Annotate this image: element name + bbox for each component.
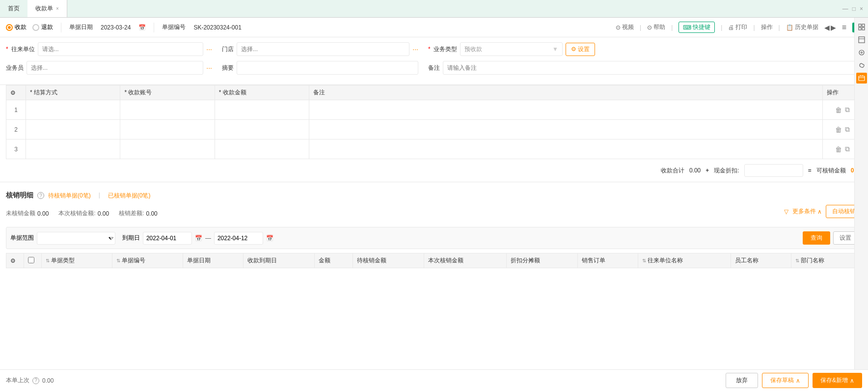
ops-btn[interactable]: 操作: [761, 23, 773, 31]
note-cell-2[interactable]: [309, 120, 823, 140]
counterpart-field: * 往来单位 ···: [6, 42, 212, 56]
counterpart-input[interactable]: [38, 42, 204, 56]
copy-icon-1[interactable]: ⧉: [845, 106, 850, 114]
sidebar-icon-5[interactable]: [856, 73, 867, 84]
table-gear-header[interactable]: ⚙: [6, 85, 26, 100]
range-select[interactable]: [37, 232, 115, 245]
amount-cell-3[interactable]: [215, 140, 309, 159]
biz-type-select[interactable]: 预收款 ▼: [460, 42, 563, 56]
counterpart-more-btn[interactable]: ···: [206, 45, 212, 53]
calendar-to-icon[interactable]: 📅: [266, 235, 273, 242]
verify-filter-row: 单据范围 ▼ 到期日 📅 — 📅 查询 设置: [6, 227, 862, 249]
settings-btn[interactable]: ⚙ 设置: [566, 43, 595, 56]
history-btn[interactable]: 📋 历史单据: [786, 23, 818, 31]
calendar-icon[interactable]: 📅: [138, 24, 146, 31]
salesperson-more-btn[interactable]: ···: [206, 64, 212, 72]
sales-order-label: 销售订单: [582, 257, 605, 264]
tab-done[interactable]: 已核销单据(0笔): [108, 192, 151, 200]
shortcut-icon: ⌨: [683, 24, 691, 31]
bottom-info-icon[interactable]: ?: [32, 377, 39, 384]
bill-no-value: SK-20230324-001: [193, 24, 241, 31]
copy-icon-3[interactable]: ⧉: [845, 145, 850, 153]
sidebar-icon-2[interactable]: [856, 34, 867, 45]
note-cell-3[interactable]: [309, 140, 823, 159]
delete-icon-2[interactable]: 🗑: [835, 126, 842, 134]
help-btn[interactable]: ⊙ 帮助: [647, 23, 665, 31]
nav-prev-btn[interactable]: ◀: [824, 24, 830, 31]
verify-gear-header[interactable]: ⚙: [6, 253, 24, 268]
print-btn[interactable]: 🖨 打印: [728, 23, 747, 31]
settlement-cell-3[interactable]: [26, 140, 120, 159]
video-btn[interactable]: ⊙ 视频: [616, 23, 634, 31]
delete-icon-3[interactable]: 🗑: [835, 145, 842, 153]
bottom-bar: 本单上次 ? 0.00 放弃 保存草稿 ∧ 保存&新增 ∧: [0, 369, 868, 391]
query-btn[interactable]: 查询: [803, 231, 830, 245]
save-draft-btn[interactable]: 保存草稿 ∧: [762, 373, 809, 388]
nav-next-btn[interactable]: ▶: [831, 24, 836, 31]
verify-table: ⚙ ⇅ 单据类型 ⇅ 单据编号 单据日期: [6, 253, 862, 268]
abandon-btn[interactable]: 放弃: [726, 373, 758, 388]
save-new-label: 保存&新增: [820, 376, 848, 385]
tab-receipt[interactable]: 收款单 ×: [27, 0, 67, 17]
sidebar-icon-4[interactable]: [856, 60, 867, 71]
amount-cell-2[interactable]: [215, 120, 309, 140]
date-from-input[interactable]: [143, 232, 192, 245]
summary-input[interactable]: [237, 61, 418, 75]
sep1: |: [640, 24, 641, 31]
window-close-btn[interactable]: ×: [860, 5, 863, 12]
settlement-label: * 结算方式: [30, 89, 57, 96]
biz-type-label: 业务类型: [434, 45, 457, 54]
plus-sign: +: [705, 167, 709, 174]
store-more-btn[interactable]: ···: [412, 45, 418, 53]
calendar-from-icon[interactable]: 📅: [195, 235, 202, 242]
main-content: 收款 退款 单据日期 2023-03-24 📅 单据编号 SK-20230324…: [0, 18, 868, 391]
amount-cell-1[interactable]: [215, 100, 309, 120]
table-container: ⚙ * 结算方式 * 收款账号 * 收款金额 备注 操作: [0, 85, 868, 159]
table-row: 2 🗑 ⧉: [6, 120, 862, 140]
sidebar-icon-1[interactable]: [856, 22, 867, 32]
settlement-cell-2[interactable]: [26, 120, 120, 140]
verify-tabs: 待核销单据(0笔) | 已核销单据(0笔): [48, 192, 150, 200]
this-verify-col-header: 本次核销金额: [424, 253, 506, 268]
remark-input[interactable]: [443, 61, 862, 75]
date-to-input[interactable]: [214, 232, 263, 245]
tab-home-label: 首页: [8, 4, 20, 13]
verifiable-label: 可核销金额: [816, 167, 846, 175]
salesperson-input[interactable]: [27, 61, 203, 75]
view-list-icon[interactable]: ≡: [842, 23, 846, 32]
tab-pending[interactable]: 待核销单据(0笔): [48, 192, 91, 200]
sidebar-icon-3[interactable]: [856, 47, 867, 58]
shortcut-btn[interactable]: ⌨ 快捷键: [678, 22, 715, 33]
settlement-cell-1[interactable]: [26, 100, 120, 120]
window-min-btn[interactable]: —: [842, 5, 848, 12]
store-input[interactable]: [237, 42, 409, 56]
note-cell-1[interactable]: [309, 100, 823, 120]
ops-label: 操作: [827, 89, 839, 96]
account-cell-2[interactable]: [120, 120, 215, 140]
account-cell-1[interactable]: [120, 100, 215, 120]
tab-close-icon[interactable]: ×: [56, 6, 59, 11]
sales-order-header: 销售订单: [578, 253, 638, 268]
discount-input[interactable]: [744, 164, 803, 177]
bill-date-header: 单据日期: [183, 253, 244, 268]
settings-label: 设置: [578, 45, 590, 54]
radio-tuikuan[interactable]: 退款: [32, 23, 53, 31]
verify-section: 核销明细 ? 待核销单据(0笔) | 已核销单据(0笔) 未核销金额 0.00 …: [0, 186, 868, 273]
save-new-btn[interactable]: 保存&新增 ∧: [813, 373, 862, 388]
tab-home[interactable]: 首页: [0, 0, 27, 17]
copy-icon-2[interactable]: ⧉: [845, 125, 850, 134]
radio-shoukuan[interactable]: 收款: [6, 23, 27, 31]
more-conditions-btn[interactable]: 更多条件 ∧: [792, 207, 822, 216]
help-icon: ⊙: [647, 24, 652, 31]
account-cell-3[interactable]: [120, 140, 215, 159]
main-table: ⚙ * 结算方式 * 收款账号 * 收款金额 备注 操作: [6, 85, 862, 159]
verify-info-icon[interactable]: ?: [37, 192, 44, 199]
select-all-checkbox[interactable]: [28, 257, 34, 263]
discount-label: 现金折扣:: [714, 167, 739, 175]
biz-type-field: * 业务类型 预收款 ▼ ⚙ 设置: [428, 42, 595, 56]
verify-stats: 未核销金额 0.00 本次核销金额: 0.00 核销差额: 0.00 ▽ 更多条…: [6, 205, 862, 222]
delete-icon-1[interactable]: 🗑: [835, 106, 842, 114]
pending-header: 待核销金额: [353, 253, 424, 268]
bill-no-label: 单据编号: [122, 257, 145, 264]
window-max-btn[interactable]: □: [852, 5, 856, 12]
